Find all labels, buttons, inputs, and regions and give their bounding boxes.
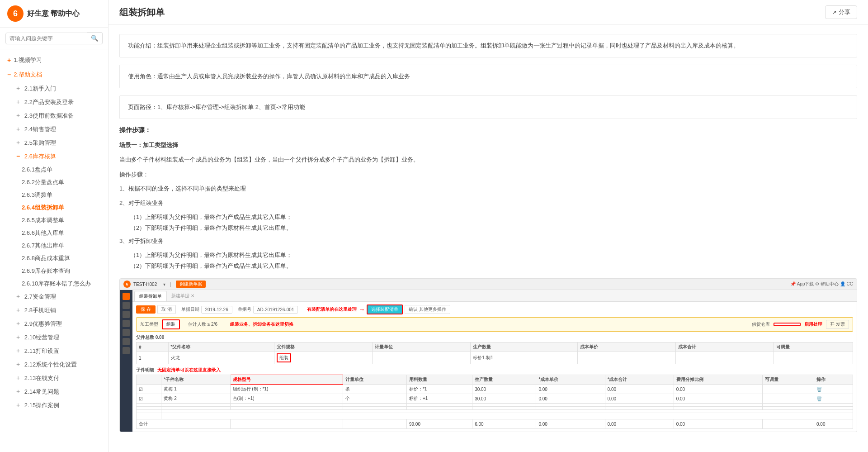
search-area: 🔍 [0,28,108,49]
sim-main: 组装拆卸单 新建单据 ✕ 保 存 取 消 单据日期 2019- [132,290,857,432]
sim-lower-cell-action1: 🗑️ [814,385,853,394]
page-path-block: 页面路径：1、库存核算->库存管理->组装拆卸单 2、首页->常用功能 [119,95,857,119]
sim-date-label: 单据日期 [181,306,199,313]
sidebar-item-2-9[interactable]: + 2.9优惠券管理 [0,317,108,331]
steps-label: 操作步骤： [119,169,857,180]
sim-upper-th-seq: # [137,343,169,352]
sidebar-item-2-6[interactable]: − 2.6库存核算 [0,150,108,163]
sim-lower-cell-status1 [763,385,814,394]
sim-lower-th-tcost: *成本合计 [605,375,674,385]
sim-lower-cell-unit4 [343,407,406,410]
annotation-arrow1: → [359,306,365,313]
sidebar-item-2-6-1[interactable]: 2.6.1盘点单 [0,163,108,176]
sidebar-item-2-6-8[interactable]: 2.6.8商品成本重算 [0,252,108,265]
sidebar-item-2-12[interactable]: + 2.12系统个性化设置 [0,358,108,371]
sidebar-item-2-7[interactable]: + 2.7资金管理 [0,290,108,304]
sim-lower-footer-qty: 99.00 [406,419,472,429]
sidebar-item-2-2[interactable]: + 2.2产品安装及登录 [0,95,108,109]
sidebar-item-label: 2.帮助文档 [14,71,42,79]
sim-company: TEST-H002 [133,282,157,287]
sim-upper-th-qty: 生产数量 [471,343,577,352]
sim-lower-cell-sku4 [472,407,536,410]
sidebar-item-docs[interactable]: − 2.帮助文档 [0,67,108,82]
sim-cancel-btn: 取 消 [157,305,176,314]
sim-save-btn: 保 存 [136,305,156,314]
main-content: 组装拆卸单 ↗ 分享 功能介绍：组装拆卸单用来处理企业组装或拆卸等加工业务，支持… [108,0,868,452]
screenshot-container: 6 TEST-H002 ▾ | 创建新单据 📌 App下载 ⚙ 帮助中心 👤 C… [119,278,857,432]
sidebar-item-2-6-2[interactable]: 2.6.2分量盘点单 [0,176,108,189]
step2: 2、对于组装业务 [119,198,857,208]
sidebar-item-2-11[interactable]: + 2.11打印设置 [0,344,108,358]
sim-lower-cell-action4 [814,407,853,410]
sim-upper-table: # *父件名称 父件规格 计量单位 生产数量 成本单价 成本合计 可调量 [136,342,853,364]
sim-qiyong-label: 供货仓库 [752,321,770,328]
share-button[interactable]: ↗ 分享 [825,5,857,19]
sidebar-item-2-4[interactable]: + 2.4销售管理 [0,123,108,136]
sim-upper-cell-seq: 1 [137,352,169,364]
sim-form: 保 存 取 消 单据日期 2019-12-26 单据号 AD-20191226-… [132,302,857,432]
search-input[interactable] [5,33,87,44]
sidebar-item-2-10[interactable]: + 2.10经营管理 [0,331,108,344]
sim-lower-cell-cost1: 0.00 [536,385,605,394]
sim-lower-cell-unit1: 条 [343,385,406,394]
sim-lower-th-action: 操作 [814,375,853,385]
sim-lower-cell-spec1: 组织运行 (制：*1) [230,385,343,394]
sidebar-item-2-6-10[interactable]: 2.6.10库存账本错了怎么办 [0,277,108,290]
sidebar: 6 好生意 帮助中心 🔍 + 1.视频学习 − 2.帮助文档 + 2.1新手入门 [0,0,108,452]
sim-lower-cell-empty7 [161,416,814,419]
sidebar-item-2-6-9[interactable]: 2.6.9库存账本查询 [0,265,108,277]
sim-lower-footer-sku: 6.00 [472,419,536,429]
expand-icon: + [7,57,11,64]
sim-lower-header-row: *子件名称 规格型号 计量单位 用料数量 生产数量 *成本单价 *成本合计 费用… [137,375,853,385]
sidebar-item-2-1[interactable]: + 2.1新手入门 [0,82,108,95]
sim-lower-th-name: *子件名称 [161,375,230,385]
sim-new-order: 创建新单据 [176,281,206,288]
sim-lower-cell-spec4 [230,407,343,410]
sim-lower-table: *子件名称 规格型号 计量单位 用料数量 生产数量 *成本单价 *成本合计 费用… [136,375,853,429]
sim-lower-th-sku: 生产数量 [472,375,536,385]
sim-lower-thead: *子件名称 规格型号 计量单位 用料数量 生产数量 *成本单价 *成本合计 费用… [137,375,853,385]
sidebar-item-2-6-7[interactable]: 2.6.7其他出库单 [0,239,108,252]
sim-separator: | [170,282,171,287]
sidebar-item-2-14[interactable]: + 2.14常见问题 [0,385,108,399]
sidebar-item-2-13[interactable]: + 2.13在线支付 [0,371,108,385]
sim-icon5 [123,329,130,336]
sim-lower-cell-check2: ☑ [137,394,161,404]
sim-lower-cell-name4 [161,407,230,410]
sim-lower-row1: ☑ 黄梅 1 组织运行 (制：*1) 条 标价：*1 30.00 0.00 0.… [137,385,853,394]
sidebar-item-2-5[interactable]: + 2.5采购管理 [0,136,108,150]
sidebar-item-2-3[interactable]: + 2.3使用前数据准备 [0,109,108,123]
sim-lower-cell-sku2: 30.00 [472,394,536,404]
sidebar-item-2-6-6[interactable]: 2.6.6其他入库单 [0,227,108,239]
docs-subitems: + 2.1新手入门 + 2.2产品安装及登录 + 2.3使用前数据准备 + 2.… [0,82,108,412]
search-button[interactable]: 🔍 [87,32,103,44]
sim-lower-cell-empty5 [161,410,814,413]
sim-lower-th-unit: 计量单位 [343,375,406,385]
sim-upper-cell-spec: 组装 [274,352,372,364]
sim-lower-cell-cost3 [536,404,605,407]
sim-lower-tfoot: 合计 99.00 6.00 0.00 0.00 0.00 [137,419,853,429]
sim-lower-th-spec: 规格型号 [230,375,343,385]
sidebar-item-2-6-3[interactable]: 2.6.3调拨单 [0,189,108,201]
sim-lower-cell-cost4 [536,407,605,410]
sim-lower-row4 [137,407,853,410]
sim-lower-cell-qty1: 标价：*1 [406,385,472,394]
operation-steps-label: 操作步骤： [119,126,857,134]
step2-sub1: （1）上部明细为父件明细，最终作为产成品生成其它入库单； [119,212,857,222]
sim-icons: 📌 App下载 ⚙ 帮助中心 👤 CC [790,281,853,287]
sim-upper-th-avail: 可调量 [774,343,853,352]
sidebar-item-2-8[interactable]: + 2.8手机旺铺 [0,304,108,317]
sim-lower-cell-action3 [814,404,853,407]
sidebar-item-2-15[interactable]: + 2.15操作案例 [0,399,108,412]
role-intro-block: 使用角色：通常由生产人员或库管人员完成拆装业务的操作，库管人员确认原材料的出库和… [119,65,857,88]
sim-icon7 [123,347,130,354]
sidebar-item-video[interactable]: + 1.视频学习 [0,53,108,67]
sim-lower-cell-tcost3 [605,404,674,407]
sim-tab-close: 新建单据 ✕ [167,291,199,301]
sim-lower-row5 [137,410,853,413]
sidebar-item-2-6-5[interactable]: 2.6.5成本调整单 [0,214,108,227]
sidebar-item-2-6-4[interactable]: 2.6.4组装拆卸单 [0,201,108,214]
sim-lower-footer-avail: 0.00 [674,419,763,429]
sim-lower-cell-name3 [161,404,230,407]
sim-lower-tbody: ☑ 黄梅 1 组织运行 (制：*1) 条 标价：*1 30.00 0.00 0.… [137,385,853,419]
